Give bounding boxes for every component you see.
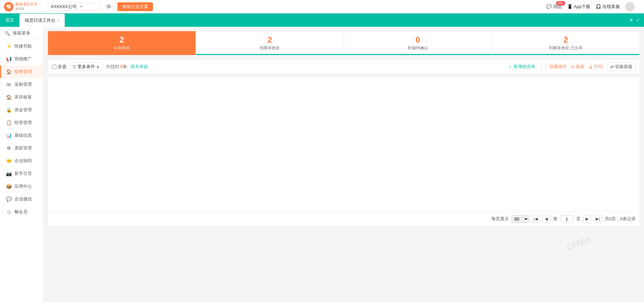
page-unit: 页 <box>576 216 581 222</box>
tab-home[interactable]: 首页 <box>0 13 19 27</box>
sidebar-item-inventory[interactable]: 🏠 库存核算 <box>0 91 43 104</box>
print-icon: 🖨 <box>589 64 593 69</box>
pagination-bar: 每页显示 50 100 200 |◀ ◀ 第 页 ▶ ▶| 共0页，0条记录 <box>48 211 640 226</box>
refresh-button[interactable]: ↻ 刷新 <box>571 64 585 70</box>
next-page-button[interactable]: ▶ <box>583 215 591 223</box>
sidebar-item-system[interactable]: ⚙ 系统管理 <box>0 142 43 155</box>
sidebar-item-sales[interactable]: 🏠 销售管理 <box>0 65 43 78</box>
batch-operation-button[interactable]: ⋮⋮ 批量操作 <box>539 64 567 70</box>
prev-page-button[interactable]: ◀ <box>542 215 550 223</box>
stat-number-shipped: 2 <box>497 35 634 45</box>
sidebar-item-wechat[interactable]: 💬 企业微信 <box>0 193 43 205</box>
stat-number-all: 2 <box>53 35 190 45</box>
switch-version-button[interactable]: ⇄ 切换新版 <box>607 62 636 71</box>
sidebar-item-label: 营销推广 <box>14 56 32 62</box>
tab-home-label: 首页 <box>5 17 14 23</box>
stat-tab-shipped[interactable]: 2 到期未收款 已出库 <box>492 31 640 55</box>
enterprise-icon: 🤝 <box>6 158 12 164</box>
sidebar-item-basic-info[interactable]: 📊 基础信息 <box>0 129 43 142</box>
app-download-button[interactable]: 📱 App下载 <box>567 4 590 10</box>
main-content: 2 全部单据 2 到期未收款 0 旺辅待确认 2 到期未收款 已出库 <box>44 27 644 302</box>
sales-icon: 🏠 <box>6 69 12 74</box>
stats-bar: 2 全部单据 2 到期未收款 0 旺辅待确认 2 到期未收款 已出库 <box>48 31 640 55</box>
batch-btn-label: 批量操作 <box>549 64 567 70</box>
sidebar-item-label: 企业微信 <box>14 196 32 202</box>
page-number-input[interactable] <box>560 216 574 223</box>
tab-expand-icon[interactable]: ⤢ <box>636 17 640 23</box>
sidebar-item-label: 应用中心 <box>14 183 32 189</box>
filter-button[interactable]: ▽ 更多条件 ∨ <box>70 62 103 71</box>
page-label: 第 <box>553 216 557 222</box>
sidebar-item-app-center[interactable]: 📦 应用中心 <box>0 180 43 193</box>
quick-nav-icon: ⚡ <box>6 44 12 49</box>
table-body-empty <box>48 77 640 211</box>
add-btn-label: 新增销货单 <box>514 64 535 70</box>
stat-tab-all[interactable]: 2 全部单据 <box>48 31 196 55</box>
per-page-label: 每页显示 <box>491 216 509 222</box>
sidebar-item-member[interactable]: ◇ 畅会员 <box>0 205 43 218</box>
refresh-icon: ↻ <box>571 64 575 69</box>
trial-button[interactable]: 体验行业方案 <box>117 2 153 11</box>
filter-icon: ▽ <box>73 64 76 69</box>
sidebar-item-finance[interactable]: 🔒 资金管理 <box>0 104 43 116</box>
avatar[interactable] <box>625 2 635 11</box>
logo-text-block: 畅捷通好生意 标准版 <box>15 2 38 11</box>
per-page-select[interactable]: 50 100 200 <box>512 215 529 223</box>
toolbar: 全选 ▽ 更多条件 ∨ 共找到 0条 相关单据 ＋ 新增销货单 ⋮⋮ <box>48 59 640 74</box>
search-menu-item[interactable]: 🔍 搜索菜单 <box>0 27 43 40</box>
service-icon: 🎧 <box>596 4 601 9</box>
logo-area: 畅 畅捷通好生意 标准版 <box>4 2 48 11</box>
tab-workbench[interactable]: 钱货日清工作台 × <box>19 14 65 27</box>
logo-icon: 畅 <box>4 2 13 11</box>
sidebar-item-enterprise[interactable]: 🤝 企业协同 <box>0 155 43 167</box>
toolbar-left: 全选 ▽ 更多条件 ∨ 共找到 0条 相关单据 <box>52 62 504 71</box>
sidebar-item-label: 畅会员 <box>14 209 28 215</box>
add-sales-order-button[interactable]: ＋ 新增销货单 <box>508 64 535 70</box>
sidebar-item-label: 新手引导 <box>14 171 32 177</box>
sidebar-item-operations[interactable]: 📋 经营管理 <box>0 116 43 129</box>
tab-close-icon[interactable]: × <box>57 18 59 22</box>
sidebar-item-marketing[interactable]: 📢 营销推广 <box>0 53 43 65</box>
select-all-label[interactable]: 全选 <box>52 64 66 70</box>
last-page-button[interactable]: ▶| <box>594 215 602 223</box>
app-label: App下载 <box>574 4 590 10</box>
member-icon: ◇ <box>6 209 12 215</box>
stat-number-overdue: 2 <box>201 35 338 45</box>
stat-tab-overdue[interactable]: 2 到期未收款 <box>196 31 344 55</box>
sidebar-item-label: 系统管理 <box>14 145 32 151</box>
message-button[interactable]: 💬 消息 99+ <box>546 4 562 10</box>
related-orders-link[interactable]: 相关单据 <box>130 64 148 70</box>
purchase-icon: 🛍 <box>6 82 12 87</box>
print-button[interactable]: 🖨 打印 <box>589 64 603 70</box>
tab-close-window-icon[interactable]: ✕ <box>629 17 633 23</box>
sidebar-item-guide[interactable]: 📷 新手引导 <box>0 167 43 180</box>
online-service-button[interactable]: 🎧 在线客服 <box>596 4 620 10</box>
finance-icon: 🔒 <box>6 107 12 113</box>
sidebar-item-label: 经营管理 <box>14 120 32 126</box>
stat-tab-wangpu[interactable]: 0 旺辅待确认 <box>344 31 492 55</box>
switch-icon: ⇄ <box>610 64 614 69</box>
stat-label-wangpu: 旺辅待确认 <box>350 45 486 51</box>
layout: 🔍 搜索菜单 ⚡ 快捷导航 📢 营销推广 🏠 销售管理 🛍 采购管理 🏠 库存核… <box>0 27 644 302</box>
settings-icon[interactable]: ⚙ <box>104 2 113 11</box>
tab-bar: 首页 钱货日清工作台 × ✕ ⤢ <box>0 13 644 27</box>
sidebar-item-purchase[interactable]: 🛍 采购管理 <box>0 78 43 91</box>
company-selector[interactable]: XXXXXX公司 ▼ <box>48 3 101 11</box>
add-icon: ＋ <box>508 64 512 70</box>
select-all-checkbox[interactable] <box>52 65 56 69</box>
sidebar-item-label: 企业协同 <box>14 158 32 164</box>
first-page-button[interactable]: |◀ <box>532 215 540 223</box>
chevron-down-icon: ▼ <box>79 5 83 8</box>
marketing-icon: 📢 <box>6 56 12 62</box>
stat-label-all: 全部单据 <box>53 45 190 51</box>
search-icon: 🔍 <box>5 31 10 36</box>
sidebar-item-label: 库存核算 <box>14 94 32 100</box>
header-right: 💬 消息 99+ 📱 App下载 🎧 在线客服 <box>546 2 640 11</box>
sidebar-item-label: 资金管理 <box>14 107 32 113</box>
sidebar-item-quick-nav[interactable]: ⚡ 快捷导航 <box>0 40 43 53</box>
message-icon: 💬 <box>546 4 552 9</box>
search-menu-label: 搜索菜单 <box>13 30 30 36</box>
message-badge: 99+ <box>556 1 565 5</box>
stat-number-wangpu: 0 <box>350 35 486 45</box>
tab-workbench-label: 钱货日清工作台 <box>25 17 55 23</box>
